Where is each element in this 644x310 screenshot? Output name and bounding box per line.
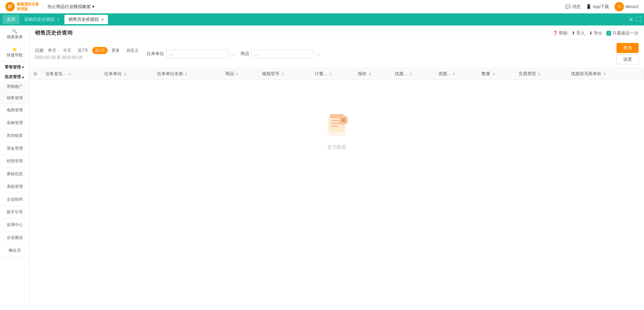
th-biz-date[interactable]: 业务发生... ⇅ [42, 68, 101, 80]
sidebar-item-system[interactable]: 系统管理 [0, 180, 29, 193]
th-quantity[interactable]: 数量 ⇅ [478, 68, 515, 80]
counterparty-filter: 往来单位 ... [147, 50, 235, 58]
sidebar-group-retail[interactable]: 零售管理 ▼ [0, 62, 29, 71]
sidebar-item-inventory[interactable]: 库存核算 [0, 130, 29, 142]
query-btn[interactable]: 查询 [616, 43, 639, 53]
import-icon: ⬆ [572, 31, 575, 36]
sort-icon: ⇅ [452, 72, 455, 76]
tab-home[interactable]: 首页 [3, 15, 19, 24]
sidebar-item-member[interactable]: 畅会员 [0, 244, 29, 257]
help-btn[interactable]: ❓ 帮助 [552, 30, 568, 36]
sidebar-item-sales-mgmt[interactable]: 销售管理 [0, 93, 29, 104]
goods-filter: 商品 ... [240, 50, 320, 58]
sort-icon: ⇅ [236, 72, 238, 76]
th-spec[interactable]: 规格型号 ⇅ [259, 68, 311, 80]
date-chips: 昨天 今天 近7天 近1月 更多 自定义 [46, 47, 141, 54]
th-counterparty-code[interactable]: 往来单位 ⇅ [101, 68, 153, 80]
message-btn[interactable]: 💬 消息 [565, 4, 581, 10]
sort-icon: ⇅ [68, 72, 71, 76]
tab-purchase-history-label: 采购历史价跟踪 [24, 16, 55, 22]
maximize-window-btn[interactable]: ⛶ [636, 16, 641, 22]
date-chip-yesterday[interactable]: 昨天 [46, 47, 59, 54]
sidebar-group-wholesale[interactable]: 批发管理 ▲ [0, 71, 29, 81]
empty-text: 暂无数据 [327, 144, 346, 150]
export-icon: ⬇ [589, 31, 593, 36]
filter-date-column: 日期 昨天 今天 近7天 近1月 更多 自定义 2023-02-18 至 202… [35, 47, 141, 60]
sidebar-item-search[interactable]: 🔍 搜索菜单 [0, 25, 29, 44]
logo-icon: 好 [5, 2, 15, 11]
tab-sales-history[interactable]: 销售历史价跟踪 ✕ [64, 15, 108, 24]
sidebar-item-enterprise[interactable]: 企业协同 [0, 193, 29, 206]
empty-illustration [320, 107, 354, 140]
empty-state: 暂无数据 [30, 80, 644, 177]
chevron-up-icon: ▲ [21, 75, 25, 79]
sort-icon: ⇅ [409, 72, 412, 76]
page-container: 销售历史价查询 ❓ 帮助 ⬆ 导入 ⬇ 导出 [30, 25, 644, 310]
sort-icon: ⇅ [369, 72, 371, 76]
th-discount2[interactable]: 优惠... ⇅ [435, 68, 478, 80]
sidebar-item-marketing[interactable]: 营销推广 [0, 81, 29, 93]
sort-icon: ⇅ [329, 72, 332, 76]
th-unit[interactable]: 计量... ⇅ [311, 68, 355, 80]
logo-text: 畅捷通好生意 标准版 [17, 2, 39, 11]
sidebar-item-enterprise-wechat[interactable]: 企业微信 [0, 231, 29, 244]
th-counterparty-name[interactable]: 往来单位名称 ⇅ [153, 68, 222, 80]
date-range-text: 2023-02-18 至 2023-03-18 [35, 55, 141, 60]
sidebar-item-basic-info[interactable]: 基础信息 [0, 168, 29, 180]
tab-sales-history-label: 销售历史价跟踪 [68, 16, 99, 22]
tabbar-actions: ✕ ⛶ [629, 16, 641, 23]
logo-area: 好 畅捷通好生意 标准版 [5, 2, 39, 11]
counterparty-more-btn[interactable]: ... [230, 51, 235, 57]
th-pretax-price[interactable]: 优惠前无税单价 ⇅ [568, 68, 644, 80]
sort-icon: ⇅ [281, 72, 284, 76]
sidebar-item-operations[interactable]: 经营管理 [0, 155, 29, 168]
sidebar-item-app-center[interactable]: 应用中心 [0, 219, 29, 231]
import-btn[interactable]: ⬆ 导入 [572, 30, 585, 36]
mobile-icon: 📱 [586, 4, 591, 9]
sidebar-item-purchase[interactable]: 采购管理 [0, 117, 29, 130]
th-quoted-price[interactable]: 报价 ⇅ [355, 68, 391, 80]
goods-more-btn[interactable]: ... [316, 51, 320, 57]
tab-home-label: 首页 [7, 16, 15, 22]
sidebar-item-finance[interactable]: 资金管理 [0, 142, 29, 155]
topbar-right: 💬 消息 📱 App下载 D demo2 [565, 2, 639, 11]
chevron-down-icon: ▾ [92, 4, 95, 9]
company-selector[interactable]: 办公用品行业模拟账套 ▾ [43, 4, 95, 10]
sidebar-item-quick-nav[interactable]: ⭐ 快捷导航 [0, 44, 29, 62]
export-btn[interactable]: ⬇ 导出 [589, 30, 602, 36]
tab-purchase-history-close[interactable]: ✕ [57, 17, 60, 22]
tab-sales-history-close[interactable]: ✕ [101, 17, 104, 22]
only-last-checkbox[interactable]: 只看最后一次 [606, 30, 639, 36]
sidebar-item-new-guide[interactable]: 新手引导 [0, 206, 29, 219]
date-chip-1month[interactable]: 近1月 [92, 47, 108, 54]
close-window-btn[interactable]: ✕ [629, 16, 633, 23]
avatar: D [614, 2, 624, 11]
date-chip-more[interactable]: 更多 [109, 47, 122, 54]
page-header: 销售历史价查询 ❓ 帮助 ⬆ 导入 ⬇ 导出 [30, 25, 644, 40]
th-trade-type[interactable]: 交易类型 ⇅ [515, 68, 568, 80]
goods-input[interactable] [251, 50, 314, 58]
filter-bar: 日期 昨天 今天 近7天 近1月 更多 自定义 2023-02-18 至 202… [30, 40, 644, 68]
message-icon: 💬 [565, 4, 571, 9]
user-profile-btn[interactable]: D demo2 [614, 2, 639, 11]
app-download-btn[interactable]: 📱 App下载 [586, 4, 609, 10]
th-goods[interactable]: 商品 ⇅ [222, 68, 259, 80]
date-filter-group: 日期 昨天 今天 近7天 近1月 更多 自定义 [35, 47, 141, 54]
th-discount1[interactable]: 优惠... ⇅ [391, 68, 435, 80]
sort-icon: ⇅ [185, 72, 187, 76]
filter-actions: 查询 设置 [616, 43, 639, 64]
content-area: 销售历史价查询 ❓ 帮助 ⬆ 导入 ⬇ 导出 [30, 25, 644, 310]
chevron-down-icon: ▼ [21, 65, 25, 69]
date-chip-custom[interactable]: 自定义 [124, 47, 141, 54]
filter-settings-btn[interactable]: 设置 [616, 54, 639, 64]
page-actions: ❓ 帮助 ⬆ 导入 ⬇ 导出 只看最后一次 [552, 30, 639, 36]
date-chip-today[interactable]: 今天 [60, 47, 74, 54]
sidebar-item-ecom[interactable]: 电商管理 [0, 104, 29, 117]
date-chip-7days[interactable]: 近7天 [75, 47, 91, 54]
topbar-left: 好 畅捷通好生意 标准版 办公用品行业模拟账套 ▾ [5, 2, 95, 11]
tab-purchase-history[interactable]: 采购历史价跟踪 ✕ [20, 15, 64, 24]
tabbar: 首页 采购历史价跟踪 ✕ 销售历史价跟踪 ✕ ✕ ⛶ [0, 13, 644, 25]
counterparty-input[interactable] [166, 50, 228, 58]
sort-icon: ⇅ [124, 72, 126, 76]
table-settings-icon[interactable]: ⚙ [33, 71, 38, 76]
